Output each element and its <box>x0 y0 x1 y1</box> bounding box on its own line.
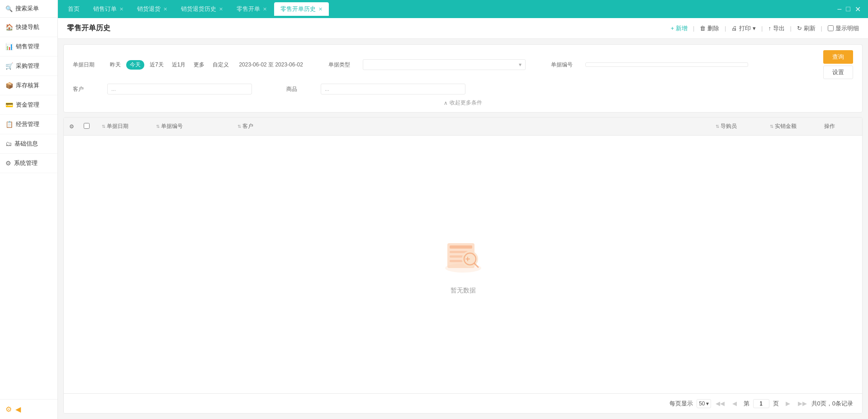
th-docno-label: 单据编号 <box>161 122 183 130</box>
select-all-checkbox[interactable] <box>84 123 90 129</box>
close-button[interactable]: ✕ <box>855 5 861 14</box>
date-opt-custom[interactable]: 自定义 <box>210 60 232 70</box>
doc-type-label: 单据类型 <box>328 61 356 69</box>
print-label: 🖨 打印 <box>731 24 751 33</box>
last-page-button[interactable]: ▶▶ <box>797 398 808 409</box>
th-guide[interactable]: ⇅ 导购员 <box>712 122 766 130</box>
sidebar-search-label: 搜索采单 <box>15 5 39 13</box>
th-amount-label: 实销金额 <box>775 122 797 130</box>
gear-icon: ⚙ <box>5 160 11 167</box>
export-button[interactable]: ↑ 导出 <box>768 24 784 33</box>
page-number-input[interactable] <box>753 399 769 408</box>
doc-no-input[interactable] <box>585 62 748 67</box>
total-label: 共0页，0条记录 <box>811 400 853 408</box>
tab-retail-history-close[interactable]: ✕ <box>318 6 323 12</box>
sidebar-item-ops-mgmt[interactable]: 📋 经营管理 <box>0 115 57 134</box>
prev-page-button[interactable]: ◀ <box>729 398 740 409</box>
sidebar-collapse-icon[interactable]: ◀ <box>15 405 21 414</box>
sidebar-item-stock-calc[interactable]: 📦 库存核算 <box>0 76 57 95</box>
sep3: | <box>761 25 763 32</box>
query-button[interactable]: 查询 <box>823 50 853 64</box>
date-opt-7days[interactable]: 近7天 <box>147 60 166 70</box>
sep4: | <box>790 25 792 32</box>
tab-sales-order[interactable]: 销售订单 ✕ <box>87 2 130 16</box>
th-customer[interactable]: ⇅ 客户 <box>234 122 712 130</box>
sort-up-icon: ⇅ <box>237 124 241 129</box>
tab-sales-return-history-label: 销货退货历史 <box>181 5 216 13</box>
tabbar: 首页 销售订单 ✕ 销货退货 ✕ 销货退货历史 ✕ 零售开单 ✕ 零售开单历史 … <box>58 0 868 18</box>
date-opt-today[interactable]: 今天 <box>126 60 144 70</box>
svg-rect-5 <box>450 260 463 262</box>
date-options: 昨天 今天 近7天 近1月 更多 自定义 <box>107 60 232 70</box>
sort-up-icon: ⇅ <box>102 124 105 129</box>
th-action-label: 操作 <box>824 122 835 130</box>
doc-type-select[interactable]: ▾ <box>363 59 526 70</box>
per-page-label: 每页显示 <box>669 400 693 408</box>
goods-input[interactable]: ... <box>321 84 465 94</box>
sep5: | <box>821 25 822 32</box>
doc-no-label: 单据编号 <box>551 61 578 69</box>
tab-retail-open[interactable]: 零售开单 ✕ <box>230 2 273 16</box>
sidebar-item-basic-info[interactable]: 🗂 基础信息 <box>0 134 57 154</box>
show-detail-label[interactable]: 显示明细 <box>828 24 859 33</box>
first-page-button[interactable]: ◀◀ <box>715 398 726 409</box>
sidebar-item-sales-mgmt[interactable]: 📊 销售管理 <box>0 37 57 56</box>
settings-button[interactable]: 设置 <box>823 66 853 79</box>
sidebar-item-label: 采购管理 <box>16 62 39 70</box>
page-size-arrow: ▾ <box>706 400 709 407</box>
page-label: 第 <box>744 400 749 408</box>
table-settings-icon[interactable]: ⚙ <box>69 123 84 130</box>
tab-sales-order-close[interactable]: ✕ <box>119 6 123 12</box>
delete-button[interactable]: 🗑 删除 <box>700 24 719 33</box>
sidebar-item-label: 库存核算 <box>16 81 39 89</box>
page-title: 零售开单历史 <box>67 24 110 33</box>
th-docno[interactable]: ⇅ 单据编号 <box>152 122 234 130</box>
table-select-all[interactable] <box>84 123 98 130</box>
tab-sales-return[interactable]: 销货退货 ✕ <box>131 2 174 16</box>
tab-sales-order-label: 销售订单 <box>93 5 117 13</box>
sidebar-item-label: 快捷导航 <box>16 23 39 31</box>
svg-rect-2 <box>450 245 472 249</box>
date-opt-yesterday[interactable]: 昨天 <box>107 60 123 70</box>
tab-sales-return-history-close[interactable]: ✕ <box>219 6 223 12</box>
sort-up-icon: ⇅ <box>770 124 773 129</box>
maximize-button[interactable]: □ <box>846 5 850 13</box>
sidebar-item-label: 系统管理 <box>14 159 38 167</box>
sidebar-item-quick-nav[interactable]: 🏠 快捷导航 <box>0 18 57 37</box>
tab-sales-return-history[interactable]: 销货退货历史 ✕ <box>175 2 229 16</box>
minimize-button[interactable]: – <box>837 5 841 13</box>
th-date[interactable]: ⇅ 单据日期 <box>98 122 152 130</box>
filter-row-2: 客户 ... 商品 ... <box>73 84 853 94</box>
refresh-button[interactable]: ↻ 刷新 <box>797 24 816 33</box>
empty-state: 暂无数据 <box>64 136 862 393</box>
sidebar-search[interactable]: 🔍 搜索采单 <box>0 0 57 18</box>
tab-sales-return-label: 销货退货 <box>137 5 161 13</box>
sep2: | <box>725 25 726 32</box>
next-page-button[interactable]: ▶ <box>783 398 793 409</box>
print-arrow: ▾ <box>753 25 756 32</box>
tab-retail-open-close[interactable]: ✕ <box>263 6 267 12</box>
money-icon: 💳 <box>5 101 13 108</box>
collapse-button[interactable]: ∧ 收起更多条件 <box>444 99 482 107</box>
tab-retail-history[interactable]: 零售开单历史 ✕ <box>274 2 329 16</box>
sidebar-settings-icon[interactable]: ⚙ <box>5 405 12 414</box>
th-amount[interactable]: ⇅ 实销金额 <box>766 122 821 130</box>
sidebar-item-finance-mgmt[interactable]: 💳 资金管理 <box>0 95 57 115</box>
sidebar-item-sys-mgmt[interactable]: ⚙ 系统管理 <box>0 154 57 173</box>
customer-input[interactable]: ... <box>107 84 252 94</box>
chart-icon: 📊 <box>5 43 13 50</box>
customer-placeholder: ... <box>111 86 116 92</box>
collapse-label: 收起更多条件 <box>450 99 482 107</box>
add-button[interactable]: + 新增 <box>671 24 688 33</box>
show-detail-checkbox[interactable] <box>828 25 834 31</box>
date-opt-more[interactable]: 更多 <box>191 60 207 70</box>
print-button[interactable]: 🖨 打印 ▾ <box>731 24 756 33</box>
tab-sales-return-close[interactable]: ✕ <box>163 6 167 12</box>
sort-up-icon: ⇅ <box>716 124 719 129</box>
page-suffix: 页 <box>773 400 779 408</box>
tab-home[interactable]: 首页 <box>62 2 86 16</box>
page-size-select[interactable]: 50 ▾ <box>697 399 711 408</box>
date-opt-1month[interactable]: 近1月 <box>169 60 189 70</box>
sidebar-item-purchase-mgmt[interactable]: 🛒 采购管理 <box>0 56 57 76</box>
sidebar: 🔍 搜索采单 🏠 快捷导航 📊 销售管理 🛒 采购管理 📦 库存核算 💳 资金管… <box>0 0 58 419</box>
